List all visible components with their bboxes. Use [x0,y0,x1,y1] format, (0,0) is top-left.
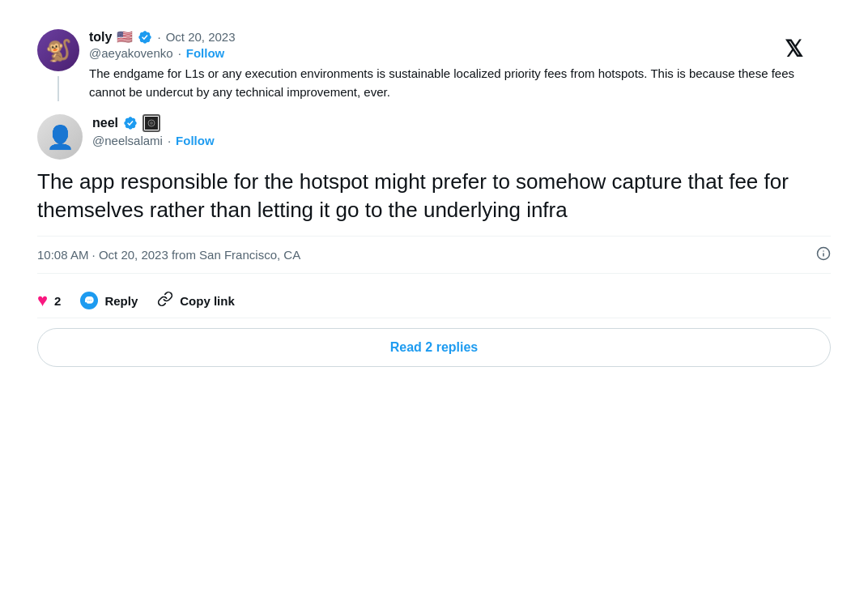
like-count: 2 [54,294,61,308]
copy-link-icon [157,291,173,311]
actions-row: ♥ 2 Reply [37,284,831,318]
parent-dot: · [157,30,160,44]
svg-point-2 [150,122,153,125]
parent-date: Oct 20, 2023 [166,30,236,44]
tweet-timestamp: 10:08 AM · Oct 20, 2023 from San Francis… [37,248,300,262]
main-handle-row: @neelsalami · Follow [92,134,831,147]
parent-handle-dot: · [178,46,181,60]
parent-user-row: toly 🇺🇸 · Oct 20, 2023 [89,29,831,45]
parent-tweet-left-col: 🐒 [37,29,79,101]
main-user-row: neel [92,114,831,132]
thread-line [57,76,59,101]
parent-verified-badge [138,30,152,45]
parent-flag-emoji: 🇺🇸 [117,29,133,45]
reply-label: Reply [104,294,138,308]
parent-display-name: toly [89,30,112,45]
heart-icon: ♥ [37,290,48,311]
copy-link-label: Copy link [180,294,235,308]
copy-link-action[interactable]: Copy link [157,291,235,311]
main-tweet-text: The app responsible for the hotspot migh… [37,168,831,224]
parent-tweet-content: toly 🇺🇸 · Oct 20, 2023 @aeyakovenko · Fo… [89,29,831,101]
like-action[interactable]: ♥ 2 [37,290,61,311]
reply-bubble-icon [80,292,98,309]
x-logo: 𝕏 [785,36,803,62]
neel-avatar[interactable]: 👤 [37,114,83,160]
main-handle: @neelsalami [92,134,163,147]
parent-tweet: 🐒 toly 🇺🇸 · Oct 20, 2023 [37,29,831,101]
main-user-info: neel [92,114,831,152]
parent-tweet-text: The endgame for L1s or any execution env… [89,65,831,101]
main-handle-dot: · [168,134,171,147]
reply-action[interactable]: Reply [80,292,138,309]
main-follow-button[interactable]: Follow [176,134,215,147]
tweet-meta: 10:08 AM · Oct 20, 2023 from San Francis… [37,236,831,274]
parent-handle: @aeyakovenko [89,46,173,60]
toly-avatar[interactable]: 🐒 [37,29,79,71]
parent-follow-button[interactable]: Follow [186,46,225,60]
neel-verified-badge [123,116,138,130]
neel-nft-badge [143,114,160,132]
main-tweet-header: 👤 neel [37,114,831,160]
info-icon[interactable] [816,246,831,263]
main-tweet: 👤 neel [37,111,831,367]
main-display-name: neel [92,116,118,130]
parent-handle-row: @aeyakovenko · Follow [89,46,831,60]
read-replies-button[interactable]: Read 2 replies [37,328,831,367]
tweet-container: 🐒 toly 🇺🇸 · Oct 20, 2023 [37,16,831,380]
